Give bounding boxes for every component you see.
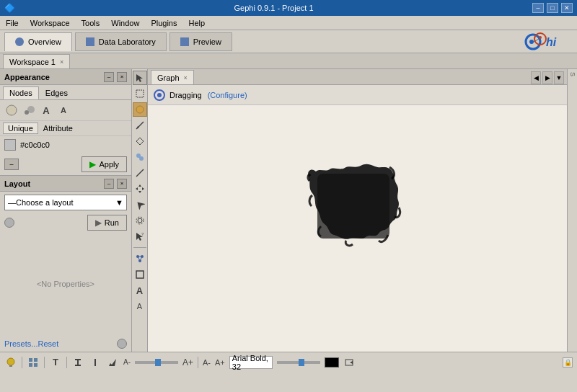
left-tools-panel: ? A <box>132 69 148 352</box>
font-size-a-plus: A+ <box>182 357 193 368</box>
tool-airplane[interactable] <box>133 197 147 212</box>
graph-tab-close[interactable]: × <box>184 74 188 81</box>
menu-item-window[interactable]: Window <box>108 18 142 28</box>
tool-rect-icon[interactable] <box>133 267 147 282</box>
workspace-tab-label: Workspace 1 <box>9 58 56 66</box>
status-text-icon[interactable]: T <box>49 356 62 369</box>
tool-move[interactable] <box>133 182 147 196</box>
subtab-attribute[interactable]: Attribute <box>38 122 78 134</box>
toolbar-tab-datalaboratory[interactable]: Data Laboratory <box>75 32 167 51</box>
status-cursor3-icon[interactable] <box>106 356 119 369</box>
graph-tab-nav-prev[interactable]: ◀ <box>531 71 541 84</box>
text-a-lower-icon: A <box>137 302 142 311</box>
subtab-unique[interactable]: Unique <box>3 122 38 134</box>
graph-visualization <box>148 105 567 352</box>
font-secondary-slider[interactable] <box>277 361 320 364</box>
bulb-icon <box>5 357 17 368</box>
appearance-node-edge-tabs: Nodes Edges <box>0 85 131 100</box>
svg-point-3 <box>539 36 542 39</box>
menu-item-tools[interactable]: Tools <box>79 18 103 28</box>
font-size-slider-handle[interactable] <box>155 359 161 366</box>
status-divider-3 <box>66 357 67 368</box>
workspace-tab-1[interactable]: Workspace 1 × <box>3 54 70 68</box>
layout-dropdown-row: —Choose a layout ▼ <box>0 192 131 213</box>
title-bar-controls: – □ ✕ <box>532 3 573 13</box>
presets-link[interactable]: Presets... <box>4 339 38 348</box>
tool-cursor[interactable] <box>133 71 147 85</box>
svg-point-8 <box>27 106 35 113</box>
minimize-button[interactable]: – <box>532 3 544 13</box>
status-layout-icon[interactable] <box>27 356 40 369</box>
status-export-icon[interactable] <box>343 356 356 369</box>
menu-item-file[interactable]: File <box>3 18 22 28</box>
gephi-logo: hi <box>519 32 569 52</box>
tools-separator <box>133 247 146 248</box>
layout-footer-slider[interactable] <box>117 339 127 349</box>
layout-minimize-btn[interactable]: – <box>104 179 114 189</box>
color-swatch[interactable] <box>4 139 16 151</box>
maximize-button[interactable]: □ <box>547 3 558 13</box>
apply-button[interactable]: ▶ Apply <box>82 156 127 172</box>
tab-edges[interactable]: Edges <box>39 86 74 99</box>
workspace-tab-close[interactable]: × <box>60 58 63 66</box>
svg-rect-36 <box>317 174 389 239</box>
tool-text-a-upper[interactable]: A <box>133 283 147 298</box>
cursor1-icon <box>73 357 83 368</box>
graph-tab-nav-menu[interactable]: ▼ <box>554 71 564 84</box>
menu-item-workspace[interactable]: Workspace <box>27 18 73 28</box>
tool-line[interactable] <box>133 166 147 180</box>
appearance-label-size-icon[interactable]: A <box>56 103 71 117</box>
graph-nodes-icon <box>135 254 145 264</box>
run-button[interactable]: ▶ Run <box>87 215 127 231</box>
tool-settings[interactable] <box>133 213 147 228</box>
graph-canvas[interactable] <box>148 105 567 352</box>
layout-slider-handle[interactable] <box>4 218 14 228</box>
tool-pen[interactable] <box>133 118 147 133</box>
select2-icon: ? <box>135 231 145 241</box>
close-button[interactable]: ✕ <box>561 3 573 13</box>
layout-reset-link[interactable]: Reset <box>38 339 58 348</box>
label-size-letter: A <box>61 106 66 115</box>
configure-link[interactable]: (Configure) <box>208 91 247 99</box>
layout-dropdown[interactable]: —Choose a layout ▼ <box>4 195 127 210</box>
status-divider-2 <box>44 357 45 368</box>
layout-panel: Layout – × —Choose a layout ▼ ▶ Run <box>0 176 131 352</box>
appearance-header-controls: – × <box>104 72 127 82</box>
tool-rect-select[interactable] <box>133 86 147 101</box>
appearance-subtabs: Unique Attribute <box>0 121 131 136</box>
text-a-upper-icon: A <box>136 285 143 296</box>
color-row: #c0c0c0 <box>0 136 131 153</box>
graph-tab-nav-next[interactable]: ▶ <box>542 71 552 84</box>
appearance-size-icon[interactable] <box>22 103 36 117</box>
font-size-slider[interactable] <box>135 361 178 364</box>
text-color-swatch[interactable] <box>325 357 339 368</box>
font-secondary-slider-handle[interactable] <box>299 359 304 366</box>
status-cursor2-icon[interactable] <box>89 356 102 369</box>
appearance-color-icon[interactable] <box>4 103 19 117</box>
layout-close-btn[interactable]: × <box>117 179 127 189</box>
status-lock-icon[interactable]: 🔒 <box>563 357 573 368</box>
run-arrow-icon: ▶ <box>95 218 102 228</box>
tool-diamond[interactable] <box>133 134 147 148</box>
appearance-label-color-icon[interactable]: A <box>39 103 53 117</box>
menu-bar: FileWorkspaceToolsWindowPluginsHelp <box>0 16 577 30</box>
workspace-tab-bar: Workspace 1 × <box>0 53 577 69</box>
tool-graph-icon[interactable] <box>133 251 147 266</box>
appearance-close-btn[interactable]: × <box>117 72 127 82</box>
appearance-slider-min[interactable]: – <box>4 159 19 170</box>
tool-select2[interactable]: ? <box>133 229 147 244</box>
toolbar-tab-overview[interactable]: Overview <box>4 32 72 51</box>
status-cursor1-icon[interactable] <box>71 356 84 369</box>
svg-point-37 <box>7 358 14 365</box>
tab-nodes[interactable]: Nodes <box>3 86 39 99</box>
status-bulb-icon[interactable] <box>4 356 17 369</box>
font-display-field: Arial Bold, 32 <box>229 356 273 369</box>
appearance-minimize-btn[interactable]: – <box>104 72 114 82</box>
toolbar-tab-preview[interactable]: Preview <box>169 32 232 51</box>
tool-brush[interactable] <box>133 102 147 117</box>
menu-item-plugins[interactable]: Plugins <box>148 18 180 28</box>
tool-text-a-lower[interactable]: A <box>133 299 147 313</box>
tool-multiselect[interactable] <box>133 150 147 164</box>
graph-tab[interactable]: Graph × <box>151 70 194 84</box>
menu-item-help[interactable]: Help <box>185 18 208 28</box>
